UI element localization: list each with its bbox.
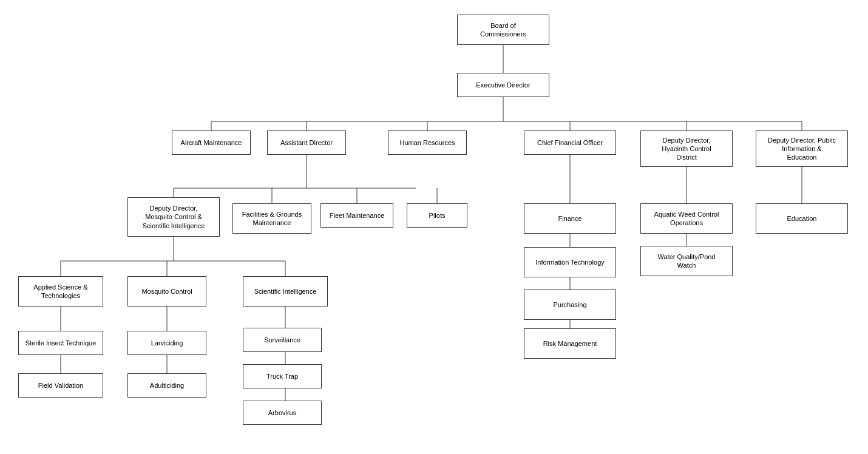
node-fleet: Fleet Maintenance (320, 203, 393, 228)
node-dep_hyacinth: Deputy Director, Hyacinth Control Distri… (640, 130, 733, 167)
node-arbovirus: Arbovirus (243, 401, 322, 425)
node-aircraft: Aircraft Maintenance (172, 130, 251, 155)
node-sterile: Sterile Insect Technique (18, 331, 103, 355)
node-mosquito_ctrl: Mosquito Control (127, 276, 206, 307)
node-sci_intel: Scientific Intelligence (243, 276, 328, 307)
node-adulticiding: Adulticiding (127, 373, 206, 398)
node-it: Information Technology (524, 247, 616, 277)
node-facilities: Facilities & Grounds Maintenance (232, 203, 311, 234)
node-field_val: Field Validation (18, 373, 103, 398)
node-larviciding: Larviciding (127, 331, 206, 355)
node-water_quality: Water Quality/Pond Watch (640, 246, 733, 276)
node-cfo: Chief Financial Officer (524, 130, 616, 155)
node-hr: Human Resources (388, 130, 467, 155)
node-board: Board of Commissioners (457, 15, 549, 45)
node-surveillance: Surveillance (243, 328, 322, 352)
node-education: Education (756, 203, 848, 234)
node-aquatic: Aquatic Weed Control Operations (640, 203, 733, 234)
node-truck_trap: Truck Trap (243, 364, 322, 388)
node-finance: Finance (524, 203, 616, 234)
org-chart: Board of CommissionersExecutive Director… (0, 0, 868, 454)
node-asst_dir: Assistant Director (267, 130, 346, 155)
node-applied_sci: Applied Science & Technologies (18, 276, 103, 307)
node-exec: Executive Director (457, 73, 549, 97)
node-purchasing: Purchasing (524, 290, 616, 320)
node-risk: Risk Management (524, 328, 616, 359)
node-dep_public: Deputy Director, Public Information & Ed… (756, 130, 848, 167)
node-pilots: Pilots (407, 203, 467, 228)
node-dep_mosquito: Deputy Director, Mosquito Control & Scie… (127, 197, 220, 237)
